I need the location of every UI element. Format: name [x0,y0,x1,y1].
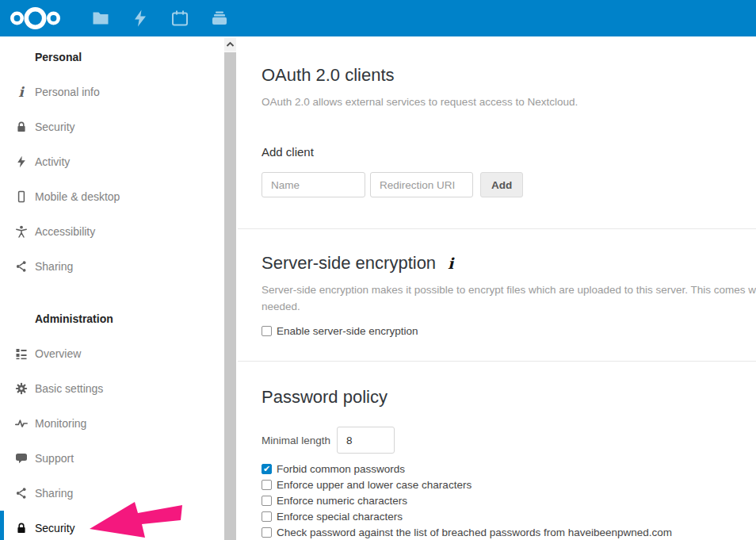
sidebar-item-monitoring[interactable]: Monitoring [0,406,238,441]
chevron-up-icon [226,41,235,48]
share-icon [14,260,28,274]
encryption-section: Server-side encryption i Server-side enc… [238,228,756,361]
forbid-common-passwords-checkbox[interactable] [262,464,272,474]
enforce-special-row[interactable]: Enforce special characters [262,508,756,524]
add-client-heading: Add client [262,145,756,159]
sidebar-item-support[interactable]: Support [0,441,238,476]
lightning-icon [132,9,149,28]
redirection-uri-input[interactable] [370,172,473,197]
enable-encryption-checkbox[interactable] [262,326,272,336]
enforce-case-checkbox[interactable] [262,480,272,490]
sidebar-item-security-personal[interactable]: Security [0,109,238,144]
calendar-app-button[interactable] [160,0,200,36]
calendar-icon [170,9,189,28]
sidebar-item-mobile-desktop[interactable]: Mobile & desktop [0,179,238,214]
minimal-length-input[interactable] [337,427,395,454]
enforce-case-row[interactable]: Enforce upper and lower case characters [262,477,756,492]
forbid-common-passwords-row[interactable]: Forbid common passwords [262,461,756,477]
monitoring-icon [14,417,28,431]
add-client-button[interactable]: Add [480,172,523,197]
deck-app-button[interactable] [200,0,239,36]
info-icon: i [14,86,28,99]
nextcloud-logo-icon [8,4,63,33]
check-breached-row[interactable]: Check password against the list of breac… [262,524,756,540]
minimal-length-label: Minimal length [262,435,330,446]
sidebar-item-security-admin[interactable]: Security [0,511,238,540]
sidebar-item-sharing-admin[interactable]: Sharing [0,476,238,511]
check-breached-checkbox[interactable] [262,527,272,538]
settings-sidebar: Personal i Personal info Security Activi… [0,36,238,540]
folder-icon [91,9,110,28]
oauth-description: OAuth 2.0 allows external services to re… [262,94,756,110]
sidebar-item-basic-settings[interactable]: Basic settings [0,371,238,406]
gear-icon [14,382,28,396]
oauth-title: OAuth 2.0 clients [262,65,756,86]
lock-icon [14,121,28,134]
oauth-section: OAuth 2.0 clients OAuth 2.0 allows exter… [238,36,756,228]
enforce-numeric-checkbox[interactable] [262,496,272,506]
lock-icon [14,522,28,535]
info-icon[interactable]: i [448,253,453,274]
sidebar-section-gap [0,284,238,301]
share-icon [14,487,28,500]
enforce-special-checkbox[interactable] [262,511,272,522]
password-policy-options: Forbid common passwords Enforce upper an… [262,461,756,540]
sidebar-item-sharing-personal[interactable]: Sharing [0,249,238,284]
overview-icon [14,347,28,361]
stack-icon [210,9,229,28]
enable-encryption-checkbox-row[interactable]: Enable server-side encryption [262,325,756,337]
lightning-icon [14,155,28,169]
enforce-numeric-row[interactable]: Enforce numeric characters [262,492,756,508]
encryption-title: Server-side encryption i [262,253,756,274]
activity-app-button[interactable] [120,0,160,36]
settings-nav: Personal i Personal info Security Activi… [0,36,238,540]
add-client-form: Add [262,172,756,197]
files-app-button[interactable] [81,0,120,36]
sidebar-item-overview[interactable]: Overview [0,336,238,371]
minimal-length-row: Minimal length [262,427,756,454]
sidebar-section-personal: Personal [0,40,238,75]
scrollbar-thumb[interactable] [224,52,236,540]
sidebar-scrollbar[interactable] [224,38,236,540]
password-policy-section: Password policy Minimal length Forbid co… [238,361,756,540]
sidebar-item-personal-info[interactable]: i Personal info [0,75,238,109]
sidebar-section-administration: Administration [0,301,238,336]
client-name-input[interactable] [262,172,365,197]
app-menu [81,0,239,36]
accessibility-icon [14,225,28,239]
scroll-up-button[interactable] [224,38,236,51]
phone-icon [14,190,28,204]
top-header-bar [0,0,756,36]
encryption-description: Server-side encryption makes it possible… [262,281,756,315]
settings-content: OAuth 2.0 clients OAuth 2.0 allows exter… [238,36,756,540]
sidebar-item-activity[interactable]: Activity [0,144,238,179]
sidebar-item-accessibility[interactable]: Accessibility [0,214,238,249]
nextcloud-logo[interactable] [8,4,63,33]
password-policy-title: Password policy [262,387,756,408]
chat-icon [14,452,28,465]
